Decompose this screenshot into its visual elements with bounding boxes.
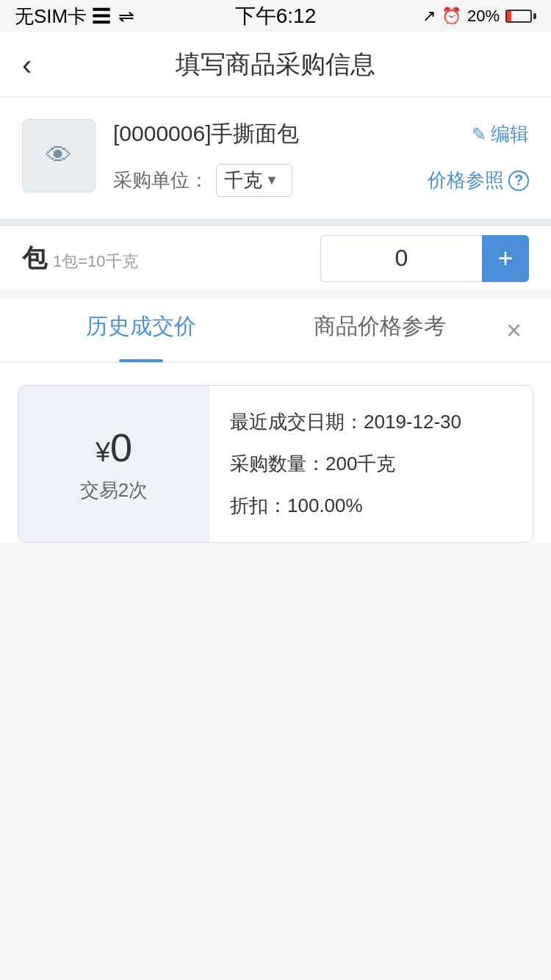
close-tab-button[interactable]: × xyxy=(499,310,529,351)
battery-tip xyxy=(533,13,536,19)
price-card-right: 最近成交日期：2019-12-30 采购数量：200千克 折扣：100.00% xyxy=(209,386,533,542)
price-date-row: 最近成交日期：2019-12-30 xyxy=(230,408,512,436)
status-carrier: 无SIM卡 ☰ ⇌ xyxy=(15,4,134,29)
product-name: [0000006]手撕面包 xyxy=(113,119,299,149)
battery-icon xyxy=(505,10,536,23)
unit-row: 采购单位： 千克 ▼ xyxy=(113,164,292,197)
price-ref-button[interactable]: 价格参照 ? xyxy=(428,167,529,193)
location-icon: ↗ xyxy=(422,7,436,26)
product-card: 👁 [0000006]手撕面包 ✎ 编辑 采购单位： 千克 ▼ 价格参照 xyxy=(0,97,551,219)
tabs-panel: 历史成交价 商品价格参考 × ¥0 交易2次 最近成交日期：2019-12-30… xyxy=(0,298,551,543)
nav-bar: ‹ 填写商品采购信息 xyxy=(0,32,551,97)
price-discount-row: 折扣：100.00% xyxy=(230,491,512,520)
price-card-left: ¥0 交易2次 xyxy=(18,386,209,542)
edit-button[interactable]: ✎ 编辑 xyxy=(472,121,529,147)
product-meta: 采购单位： 千克 ▼ 价格参照 ? xyxy=(113,164,529,197)
page-title: 填写商品采购信息 xyxy=(176,48,375,82)
status-bar: 无SIM卡 ☰ ⇌ 下午6:12 ↗ ⏰ 20% xyxy=(0,0,551,32)
unit-select[interactable]: 千克 ▼ xyxy=(216,164,292,197)
price-amount: ¥0 xyxy=(96,425,132,470)
alarm-icon: ⏰ xyxy=(442,7,461,26)
battery-fill xyxy=(507,11,511,21)
tab-history-price[interactable]: 历史成交价 xyxy=(22,298,260,362)
product-thumbnail: 👁 xyxy=(22,119,96,192)
quantity-input[interactable]: 0 xyxy=(320,235,482,282)
edit-icon: ✎ xyxy=(472,124,486,145)
tab-underline xyxy=(119,359,163,362)
price-qty-row: 采购数量：200千克 xyxy=(230,450,512,478)
back-button[interactable]: ‹ xyxy=(22,50,32,79)
product-header: [0000006]手撕面包 ✎ 编辑 xyxy=(113,119,529,149)
page-background xyxy=(0,565,551,980)
tabs-header: 历史成交价 商品价格参考 × xyxy=(0,298,551,363)
quantity-plus-button[interactable]: + xyxy=(482,235,529,282)
quantity-input-area: 0 + xyxy=(138,235,529,282)
carrier-text: 无SIM卡 ☰ xyxy=(15,4,111,29)
quantity-row: 包 1包=10千克 0 + xyxy=(0,226,551,291)
status-time: 下午6:12 xyxy=(235,2,317,30)
battery-body xyxy=(505,10,532,23)
dropdown-arrow-icon: ▼ xyxy=(265,173,278,188)
quantity-label: 包 1包=10千克 xyxy=(22,242,138,275)
product-info: [0000006]手撕面包 ✎ 编辑 采购单位： 千克 ▼ 价格参照 ? xyxy=(113,119,529,197)
price-card: ¥0 交易2次 最近成交日期：2019-12-30 采购数量：200千克 折扣：… xyxy=(18,385,533,543)
price-trades: 交易2次 xyxy=(80,478,148,503)
wifi-icon: ⇌ xyxy=(118,5,134,28)
tab-price-reference[interactable]: 商品价格参考 xyxy=(260,298,498,362)
product-thumb-icon: 👁 xyxy=(46,140,72,171)
status-right: ↗ ⏰ 20% xyxy=(422,7,536,26)
battery-percent: 20% xyxy=(467,7,500,26)
help-icon: ? xyxy=(508,170,529,191)
section-divider xyxy=(0,219,551,226)
